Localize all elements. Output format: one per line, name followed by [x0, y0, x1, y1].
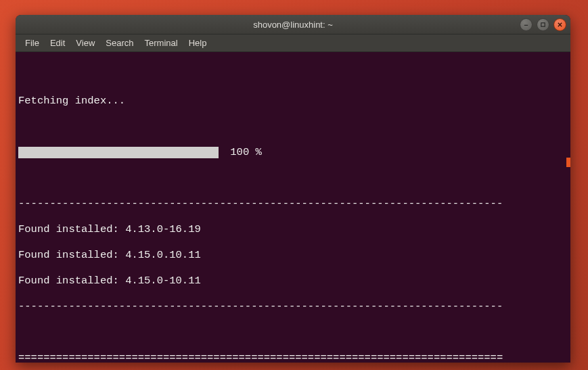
line-blank — [18, 326, 568, 339]
line-fetching: Fetching index... — [18, 95, 568, 108]
menu-help[interactable]: Help — [183, 37, 212, 49]
progress-bar — [18, 147, 219, 158]
line-progress: 100 % — [18, 146, 568, 159]
window-controls — [520, 18, 566, 31]
line-found: Found installed: 4.15.0.10.11 — [18, 249, 568, 262]
progress-percent: 100 % — [224, 146, 262, 159]
svg-rect-1 — [541, 23, 545, 26]
line-blank — [18, 172, 568, 185]
maximize-button[interactable] — [537, 18, 549, 31]
line-blank — [18, 120, 568, 133]
menu-search[interactable]: Search — [100, 37, 139, 49]
menu-file[interactable]: File — [20, 37, 45, 49]
line-dash: ----------------------------------------… — [18, 300, 568, 313]
window-title: shovon@linuxhint: ~ — [253, 20, 333, 30]
terminal-window: shovon@linuxhint: ~ File Edit View Searc… — [16, 15, 570, 363]
line-found: Found installed: 4.15.0-10.11 — [18, 275, 568, 287]
titlebar: shovon@linuxhint: ~ — [16, 15, 570, 34]
terminal-body[interactable]: Fetching index... 100 % ----------------… — [16, 52, 570, 363]
scrollbar-thumb[interactable] — [566, 158, 570, 167]
close-button[interactable] — [553, 18, 566, 31]
menu-edit[interactable]: Edit — [45, 37, 70, 49]
menubar: File Edit View Search Terminal Help — [16, 34, 570, 52]
line-dash: ----------------------------------------… — [18, 198, 568, 210]
minimize-icon — [523, 22, 529, 28]
menu-terminal[interactable]: Terminal — [139, 37, 183, 49]
line-eq: ========================================… — [18, 352, 568, 363]
maximize-icon — [540, 22, 546, 28]
minimize-button[interactable] — [520, 18, 533, 31]
close-icon — [557, 22, 563, 28]
menu-view[interactable]: View — [70, 37, 100, 49]
line-blank — [18, 69, 568, 82]
line-found: Found installed: 4.13.0-16.19 — [18, 223, 568, 236]
